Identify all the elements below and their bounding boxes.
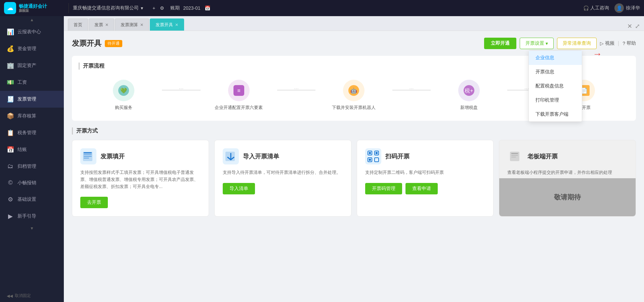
svg-rect-14 (84, 158, 89, 158)
sidebar-scroll-up[interactable]: ▲ (0, 16, 64, 24)
sidebar-item-zijin-label: 资金管理 (17, 46, 36, 52)
sidebar-cancel-fixed[interactable]: ◀◀ 取消固定 (0, 290, 64, 302)
flow-step-taxdisk: 税+ 新增税盘 (431, 80, 507, 111)
shuiwu-icon: 📋 (7, 129, 14, 137)
sidebar-item-jichu[interactable]: ⚙ 基础设置 (0, 191, 64, 208)
kucun-icon: 📦 (7, 112, 14, 120)
page-header: 发票开具 待开通 立即开通 开票设置 ▾ 异常清单查询 ▷ 视频 | (72, 38, 636, 49)
tab-fapiao-label: 发票 (94, 22, 103, 28)
svg-text:💚: 💚 (120, 87, 127, 94)
period-value: 2023-01 (183, 5, 200, 11)
help-icon: ? (622, 41, 625, 46)
tab-home-label: 首页 (74, 22, 82, 28)
sidebar-item-kucun[interactable]: 📦 库存核算 (0, 108, 64, 124)
logo-main-text: 畅捷通好会计 (19, 3, 47, 9)
company-dropdown-icon: ▾ (141, 5, 143, 11)
overlay-text: 敬请期待 (554, 193, 581, 202)
download-robot-label: 下载并安装开票机器人 (332, 105, 376, 111)
sidebar-item-gudingzichan[interactable]: 🏢 固定资产 (0, 57, 64, 74)
tab-fapiaocesuan-close[interactable]: ✕ (140, 23, 143, 27)
connector-2 (277, 90, 315, 90)
tab-fapiao-close[interactable]: ✕ (105, 23, 109, 27)
guidang-icon: 🗂 (7, 163, 14, 170)
tab-fapiaokaiqu-label: 发票开具 (156, 22, 173, 28)
headset-icon: 🎧 (583, 5, 589, 11)
tab-home[interactable]: 首页 (68, 18, 88, 31)
support-button[interactable]: 🎧 人工咨询 (583, 5, 609, 11)
tab-fapiao[interactable]: 发票 ✕ (89, 18, 114, 31)
method-card-import: 导入开票清单 支持导入待开票清单，可对待开票清单进行拆分、合并处理。 导入清单 (214, 140, 351, 217)
svg-rect-22 (376, 152, 378, 154)
sidebar-item-yunbao-label: 云报表中心 (17, 29, 41, 35)
expand-button[interactable]: ⤢ (635, 23, 640, 29)
invoice-settings-dropdown: 企业信息 开票信息 配置税盘信息 打印机管理 下载开票客户端 (528, 50, 582, 122)
company-info-label: 企业信息 (535, 55, 554, 61)
company-selector[interactable]: 重庆畅捷交通信息咨询有限公司 ▾ (73, 5, 143, 11)
scan-invoice-icon (365, 148, 381, 164)
svg-rect-23 (369, 159, 371, 161)
tab-fapiaocesuan[interactable]: 发票测算 ✕ (115, 18, 149, 31)
cancel-fixed-label: 取消固定 (15, 293, 31, 299)
help-button[interactable]: ? 帮助 (622, 40, 636, 46)
invoice-settings-button[interactable]: 开票设置 ▾ (520, 38, 554, 49)
sidebar-item-guidang[interactable]: 🗂 归档管理 (0, 158, 64, 175)
user-name: 徐泽华 (626, 5, 640, 11)
scan-invoice-title: 扫码开票 (385, 152, 410, 160)
sidebar-item-shuiwu[interactable]: 📋 税务管理 (0, 124, 64, 141)
video-button[interactable]: ▷ 视频 (600, 40, 614, 46)
svg-text:税+: 税+ (465, 88, 473, 93)
fill-invoice-desc: 支持按照发票样式手工填开发票；可开具增值税电子普通发票、增值税普通发票、增值税专… (80, 169, 201, 190)
scan-code-manage-button[interactable]: 开票码管理 (365, 183, 402, 194)
method-boss-header: 老板端开票 (507, 148, 628, 164)
tab-fapiaokaiqu-close[interactable]: ✕ (175, 23, 178, 27)
sidebar-item-gongzi[interactable]: 💵 工资 (0, 74, 64, 91)
immediate-open-button[interactable]: 立即开通 (484, 38, 516, 49)
sidebar-item-fapiao-label: 发票管理 (17, 96, 36, 102)
sidebar-scroll-down[interactable]: ▼ (0, 225, 64, 232)
dropdown-download-client[interactable]: 下载开票客户端 (529, 107, 582, 121)
support-label: 人工咨询 (590, 5, 609, 11)
boss-invoice-desc: 查看老板端小程序提交的开票申请，并作出相应的处理 (507, 169, 628, 176)
dropdown-printer[interactable]: 打印机管理 (529, 93, 582, 107)
help-label: 帮助 (627, 40, 636, 46)
abnormal-query-button[interactable]: 异常清单查询 (557, 38, 597, 49)
close-all-button[interactable]: ✕ (627, 23, 632, 29)
tax-disk-label: 配置税盘信息 (535, 83, 564, 89)
gongzi-icon: 💵 (7, 79, 14, 86)
import-invoice-button[interactable]: 导入清单 (223, 183, 255, 194)
sidebar-item-xinshou-label: 新手引导 (17, 213, 36, 219)
sidebar-item-shuiwu-label: 税务管理 (17, 130, 36, 136)
top-bar: ☁ 畅捷通好会计 旗舰版 重庆畅捷交通信息咨询有限公司 ▾ + ⚙ 账期 202… (0, 0, 644, 16)
dropdown-company-info[interactable]: 企业信息 (529, 51, 582, 65)
flow-step-download: 🤖 下载并安装开票机器人 (315, 80, 392, 111)
connector-3 (392, 90, 431, 90)
svg-rect-13 (84, 156, 92, 157)
fapiao-icon: 🧾 (7, 96, 14, 103)
plus-icon[interactable]: + (153, 5, 155, 11)
content-area: 首页 发票 ✕ 发票测算 ✕ 发票开具 ✕ ✕ ⤢ (64, 16, 644, 302)
svg-rect-27 (511, 157, 516, 157)
settings-icon[interactable]: ⚙ (160, 5, 164, 11)
tab-fapiaokaiqu[interactable]: 发票开具 ✕ (150, 18, 184, 31)
user-area[interactable]: 👤 徐泽华 (614, 3, 640, 13)
sidebar-item-zijin[interactable]: 💰 资金管理 (0, 40, 64, 57)
dropdown-tax-disk[interactable]: 配置税盘信息 (529, 79, 582, 93)
pin-icon: ◀◀ (7, 294, 13, 298)
divider-1 (69, 3, 69, 13)
svg-rect-12 (84, 154, 92, 155)
svg-text:🤖: 🤖 (350, 87, 357, 94)
chevron-down-icon: ▾ (546, 41, 548, 46)
fill-invoice-button[interactable]: 去开票 (80, 197, 108, 208)
sidebar-item-jiezhang[interactable]: 📅 结账 (0, 141, 64, 158)
dropdown-invoice-info[interactable]: 开票信息 (529, 65, 582, 79)
xinshou-icon: ▶ (7, 213, 14, 220)
sidebar-item-xinshou[interactable]: ▶ 新手引导 (0, 208, 64, 225)
invoice-settings-label: 开票设置 (525, 40, 544, 46)
sidebar-item-xiaochang-label: 小畅报销 (17, 180, 36, 186)
play-icon: ▷ (600, 41, 604, 46)
scan-view-apply-button[interactable]: 查看申请 (405, 183, 438, 194)
calendar-icon[interactable]: 📅 (205, 5, 210, 11)
sidebar-item-fapiao[interactable]: 🧾 发票管理 (0, 91, 64, 108)
sidebar-item-yunbao[interactable]: 📊 云报表中心 (0, 24, 64, 40)
sidebar-item-xiaochang[interactable]: © 小畅报销 (0, 175, 64, 191)
